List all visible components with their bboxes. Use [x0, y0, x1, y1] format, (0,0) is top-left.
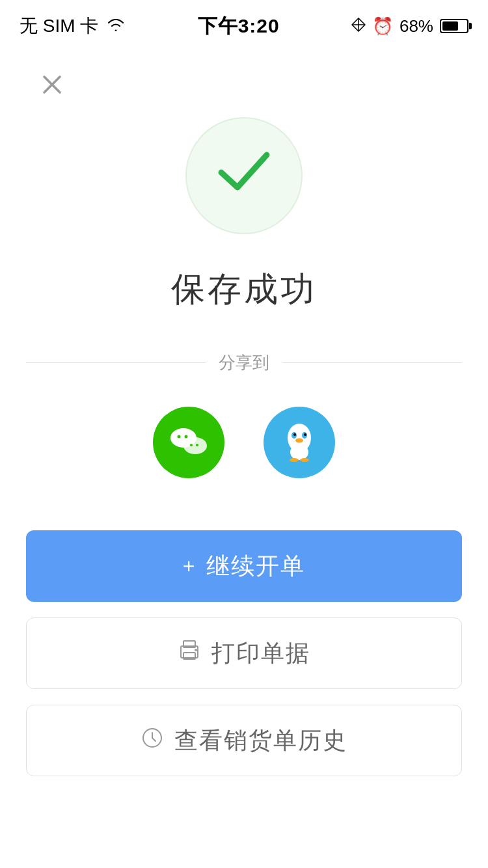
location-icon: [351, 16, 366, 36]
print-label: 打印单据: [211, 638, 310, 670]
svg-point-16: [300, 458, 309, 462]
history-label: 查看销货单历史: [174, 725, 347, 757]
svg-point-14: [290, 444, 308, 460]
status-time: 下午3:20: [198, 13, 280, 40]
svg-point-6: [190, 444, 193, 446]
svg-point-5: [185, 435, 188, 439]
divider-left: [26, 362, 206, 363]
battery-icon: [440, 19, 468, 33]
svg-point-12: [304, 433, 306, 436]
checkmark-icon: [215, 145, 273, 206]
svg-point-15: [290, 458, 299, 462]
share-divider: 分享到: [26, 351, 462, 374]
sim-status: 无 SIM 卡: [20, 14, 98, 38]
svg-point-20: [195, 649, 197, 651]
wechat-share-button[interactable]: [153, 407, 224, 478]
status-left: 无 SIM 卡: [20, 14, 126, 38]
action-buttons: + 继续开单 打印单据 查看销货单历史: [0, 530, 488, 776]
divider-right: [282, 362, 462, 363]
history-button[interactable]: 查看销货单历史: [26, 705, 462, 776]
svg-point-11: [293, 433, 296, 436]
success-title: 保存成功: [171, 267, 317, 312]
print-button[interactable]: 打印单据: [26, 617, 462, 689]
svg-point-7: [196, 444, 198, 446]
qq-share-button[interactable]: [264, 407, 335, 478]
battery-percent: 68%: [400, 16, 433, 36]
share-label: 分享到: [219, 351, 269, 374]
continue-label: 继续开单: [206, 550, 305, 582]
share-icons: [26, 407, 462, 478]
status-right: ⏰ 68%: [351, 16, 468, 36]
share-section: 分享到: [0, 351, 488, 478]
svg-point-13: [295, 439, 303, 443]
status-bar: 无 SIM 卡 下午3:20 ⏰ 68%: [0, 0, 488, 52]
wifi-icon: [106, 16, 126, 36]
print-icon: [178, 640, 201, 667]
svg-point-3: [183, 437, 207, 454]
plus-icon: +: [183, 554, 197, 578]
alarm-icon: ⏰: [372, 16, 393, 36]
continue-button[interactable]: + 继续开单: [26, 530, 462, 602]
success-icon-wrapper: [185, 117, 303, 234]
main-content: 保存成功 分享到: [0, 52, 488, 776]
close-button[interactable]: [33, 65, 72, 104]
history-icon: [141, 726, 164, 755]
svg-point-4: [178, 435, 181, 439]
